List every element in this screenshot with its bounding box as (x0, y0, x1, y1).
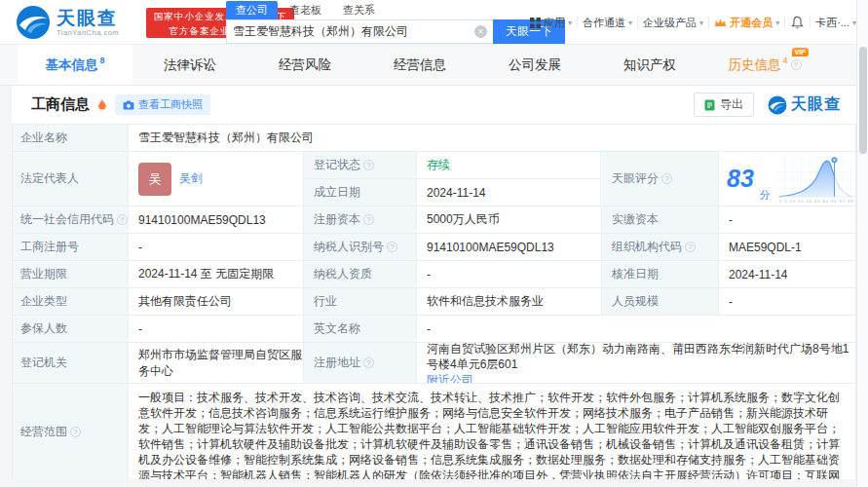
reg-authority-value: 郑州市市场监督管理局自贸区服务中心 (129, 343, 304, 384)
business-info-card: 工商信息 查看工商快照 导出 (12, 86, 856, 479)
section-title: 工商信息 (31, 95, 90, 114)
divider (784, 17, 785, 28)
nav-cooperation-label: 合作通道 (583, 16, 625, 30)
flame-icon (97, 98, 107, 111)
org-code-label: 组织机构代码 (602, 234, 719, 261)
user-name: 卡西·... (815, 16, 849, 30)
reg-address-label: 注册地址 (304, 343, 417, 384)
insured-label: 参保人数 (13, 316, 129, 343)
tab-intellectual-property-label: 知识产权 (623, 56, 676, 74)
help-icon[interactable] (685, 242, 696, 252)
divider (577, 17, 578, 28)
org-code-label-text: 组织机构代码 (612, 239, 682, 255)
score-label-text: 天眼评分 (612, 170, 659, 187)
score-value: 83 (727, 167, 754, 191)
clear-icon[interactable]: × (474, 25, 487, 38)
chevron-down-icon: ▾ (699, 19, 703, 27)
score-distribution-chart: 1 5 10 20 40 60 80 90 97 99 (776, 154, 855, 205)
approve-date-label: 核准日期 (602, 261, 719, 288)
watermark-text: 天眼查 (791, 94, 841, 115)
help-icon[interactable] (117, 214, 128, 225)
company-type-label: 企业类型 (13, 288, 129, 316)
vip-badge: VIP (792, 48, 809, 56)
reg-status-value: 存续 (417, 152, 601, 179)
help-icon[interactable] (70, 427, 81, 437)
tab-basic-info-count: 8 (99, 56, 104, 65)
taxpayer-id-label: 纳税人识别号 (304, 234, 417, 261)
nav-vip[interactable]: 开通会员 ▾ (714, 16, 779, 30)
export-file-icon (704, 99, 715, 111)
establish-date-label: 成立日期 (304, 179, 417, 206)
legal-rep-name-link[interactable]: 吴剑 (179, 170, 203, 187)
search-area: 查公司 查老板 查关系 × 天眼一下 (226, 1, 565, 44)
grid-icon (530, 18, 541, 28)
nav-user[interactable]: 卡西·... ▾ (815, 16, 856, 30)
tab-company-development-label: 公司发展 (509, 56, 561, 74)
reg-status-label-text: 登记状态 (314, 157, 360, 173)
business-scope-label: 经营范围 (13, 384, 129, 479)
help-icon[interactable] (363, 357, 374, 368)
credit-code-label-text: 统一社会信用代码 (20, 211, 114, 228)
tab-legal-litigation-label: 法律诉讼 (164, 56, 216, 74)
help-icon[interactable] (387, 242, 397, 252)
help-icon[interactable] (363, 160, 374, 170)
tab-history-info[interactable]: 历史信息 4 VIP (707, 45, 822, 85)
tab-basic-info[interactable]: 基本信息 8 (18, 45, 132, 85)
tab-legal-litigation[interactable]: 法律诉讼 (132, 45, 247, 85)
business-term-value: 2024-11-14 至 无固定期限 (129, 261, 304, 288)
tianyancha-logo-icon (768, 95, 787, 115)
logo-text: 天眼查 (57, 9, 119, 28)
reg-capital-label: 注册资本 (304, 206, 417, 234)
search-tab-company[interactable]: 查公司 (226, 1, 278, 19)
search-input[interactable] (233, 25, 474, 39)
help-icon[interactable] (661, 173, 672, 184)
legal-rep-avatar[interactable]: 吴 (138, 163, 171, 196)
scrollbar-thumb[interactable] (859, 47, 867, 154)
taxpayer-id-value: 91410100MAE59QDL13 (417, 234, 602, 261)
company-type-value: 其他有限责任公司 (129, 288, 304, 316)
nav-apps[interactable]: 应用 ▾ (530, 16, 572, 30)
logo-subtext: TianYanCha.com (57, 28, 119, 37)
tab-operation-info[interactable]: 经营信息 (362, 45, 477, 85)
help-icon[interactable] (791, 59, 802, 70)
nav-enterprise-products[interactable]: 企业级产品 ▾ (643, 16, 703, 30)
staff-size-label: 人员规模 (602, 288, 719, 316)
tianyancha-logo[interactable]: 天眼查 TianYanCha.com (16, 5, 119, 40)
credit-code-label: 统一社会信用代码 (13, 206, 129, 234)
divider (637, 17, 638, 28)
score-unit: 分 (760, 188, 771, 203)
tab-operation-risk[interactable]: 经营风险 (247, 45, 362, 85)
crown-icon (714, 18, 727, 27)
nav-cooperation[interactable]: 合作通道 ▾ (583, 16, 632, 30)
reg-no-value: - (129, 234, 304, 261)
industry-value: 软件和信息技术服务业 (417, 288, 602, 316)
insured-value: - (129, 316, 304, 343)
snapshot-button-label: 查看工商快照 (138, 97, 203, 112)
taxpayer-quality-label: 纳税人资质 (304, 261, 417, 288)
company-name-value: 雪王爱智慧科技（郑州）有限公司 (129, 125, 856, 152)
business-snapshot-button[interactable]: 查看工商快照 (115, 94, 210, 115)
watermark-logo: 天眼查 (768, 94, 841, 115)
reg-address-label-text: 注册地址 (314, 355, 360, 371)
tab-intellectual-property[interactable]: 知识产权 (592, 45, 707, 85)
search-tab-relation[interactable]: 查关系 (333, 1, 385, 19)
nav-enterprise-label: 企业级产品 (643, 16, 697, 30)
reg-capital-label-text: 注册资本 (314, 211, 360, 228)
search-tab-boss[interactable]: 查老板 (280, 1, 331, 19)
camera-icon (123, 100, 134, 110)
taxpayer-quality-value: - (417, 261, 602, 288)
export-button[interactable]: 导出 (694, 93, 754, 117)
bell-icon[interactable] (790, 16, 805, 30)
business-term-label: 营业期限 (13, 261, 129, 288)
approve-date-value: 2024-11-14 (719, 261, 856, 288)
org-code-value: MAE59QDL-1 (719, 234, 856, 261)
staff-size-value: - (719, 288, 856, 316)
business-scope-label-text: 经营范围 (20, 424, 67, 440)
help-icon[interactable] (363, 214, 374, 225)
reg-capital-value: 5000万人民币 (417, 206, 602, 234)
score-cell: 83 分 1 5 10 20 40 60 80 90 97 99 (719, 152, 856, 206)
tab-company-development[interactable]: 公司发展 (477, 45, 592, 85)
legal-rep-label: 法定代表人 (13, 152, 129, 206)
divider (810, 17, 811, 28)
nearby-companies-link[interactable]: 附近公司 (427, 372, 473, 385)
